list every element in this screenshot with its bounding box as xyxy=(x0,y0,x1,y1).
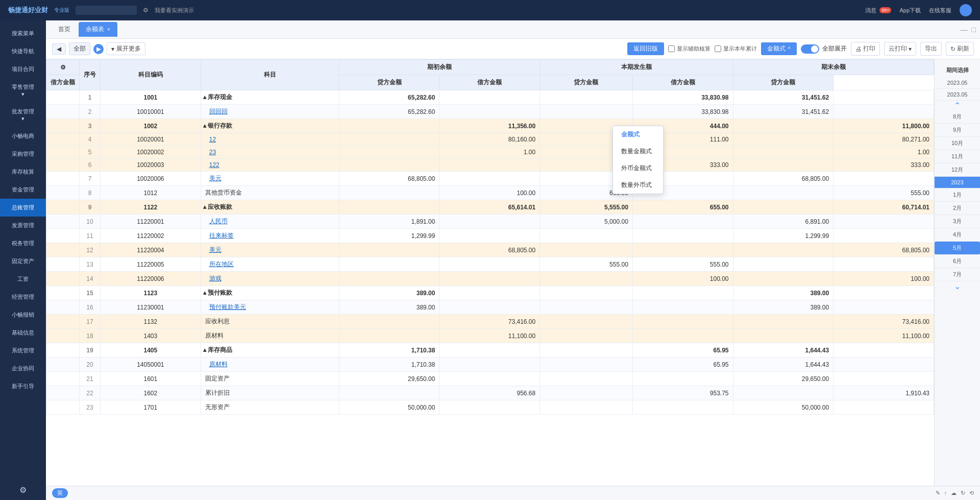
dropdown-item-qty-currency[interactable]: 数量外币式 xyxy=(613,177,663,194)
assist-checkbox-input[interactable] xyxy=(668,45,675,52)
row-current-credit xyxy=(632,215,733,229)
sync-icon[interactable]: ↑ xyxy=(944,490,947,496)
expand-all-toggle[interactable] xyxy=(801,44,819,54)
period-jul[interactable]: 7月 xyxy=(935,268,980,281)
row-name[interactable]: 游戏 xyxy=(201,272,339,286)
row-name: 原材料 xyxy=(201,329,339,343)
row-name[interactable]: 往来标签 xyxy=(201,229,339,243)
forward-nav-btn[interactable]: ▶ xyxy=(93,44,104,54)
sidebar-item-salary[interactable]: 工资 xyxy=(0,270,46,288)
top-bar-search-input[interactable] xyxy=(76,6,137,15)
expand-more-btn[interactable]: ▾ 展开更多 xyxy=(107,42,145,55)
period-expand-down[interactable]: ⌄ xyxy=(954,281,961,291)
sidebar-item-operations[interactable]: 经营管理 xyxy=(0,288,46,306)
sidebar-item-contract[interactable]: 项目合同 xyxy=(0,60,46,78)
tab-balance-sheet[interactable]: 余额表 × xyxy=(79,22,117,37)
annual-checkbox-input[interactable] xyxy=(715,45,721,52)
sidebar-item-base[interactable]: 基础信息 xyxy=(0,324,46,342)
sidebar-item-invoice[interactable]: 发票管理 xyxy=(0,217,46,234)
col-settings[interactable]: ⚙ xyxy=(46,60,80,75)
show-assist-checkbox[interactable]: 显示辅助核算 xyxy=(668,45,710,53)
period-may[interactable]: 5月 xyxy=(935,242,980,255)
row-name[interactable]: 人民币 xyxy=(201,215,339,229)
row-current-debit xyxy=(540,372,633,386)
period-feb[interactable]: 2月 xyxy=(935,202,980,215)
format-dropdown[interactable]: 金额式 数量金额式 外币金额式 数量外币式 xyxy=(612,126,664,194)
settings-icon[interactable]: ⚙ xyxy=(143,7,149,14)
dropdown-item-currency[interactable]: 外币金额式 xyxy=(613,160,663,177)
sidebar-item-tax[interactable]: 税务管理 xyxy=(0,234,46,252)
row-name[interactable]: 预付账款美元 xyxy=(201,300,339,315)
row-name[interactable]: 美元 xyxy=(201,243,339,257)
undo-icon[interactable]: ↻ xyxy=(961,490,965,496)
sidebar-item-wholesale[interactable]: 批发管理▾ xyxy=(0,103,46,127)
sidebar-item-nav[interactable]: 快捷导航 xyxy=(0,42,46,60)
user-avatar[interactable] xyxy=(960,4,972,16)
back-nav-btn[interactable]: ◀ xyxy=(52,43,66,55)
cloud-print-btn[interactable]: 云打印 ▾ xyxy=(884,42,916,56)
period-aug[interactable]: 8月 xyxy=(935,110,980,124)
row-code: 1601 xyxy=(101,372,201,386)
period-expand-up[interactable]: ⌃ xyxy=(954,101,961,110)
row-name[interactable]: 美元 xyxy=(201,172,339,186)
row-name[interactable]: 原材料 xyxy=(201,358,339,372)
row-name[interactable]: 122 xyxy=(201,159,339,172)
sidebar-item-system[interactable]: 系统管理 xyxy=(0,342,46,360)
period-nov[interactable]: 11月 xyxy=(935,150,980,163)
format-btn[interactable]: 金额式 ^ xyxy=(761,42,797,55)
row-name[interactable]: 回回回 xyxy=(201,105,339,119)
show-annual-checkbox[interactable]: 显示本年累计 xyxy=(715,45,757,53)
sidebar-item-expense[interactable]: 小畅报销 xyxy=(0,306,46,324)
edit-icon[interactable]: ✎ xyxy=(936,490,940,496)
row-name[interactable]: 所在地区 xyxy=(201,257,339,272)
dropdown-item-qty-amount[interactable]: 数量金额式 xyxy=(613,143,663,160)
sidebar-item-retail[interactable]: 零售管理▾ xyxy=(0,78,46,103)
tab-min-btn[interactable]: — xyxy=(961,26,968,34)
tab-close-btn[interactable]: × xyxy=(107,27,110,32)
refresh-btn[interactable]: ↻ 刷新 xyxy=(946,42,974,56)
period-2023-05-2[interactable]: 2023.05 xyxy=(935,89,980,101)
tab-home[interactable]: 首页 xyxy=(50,25,79,34)
table-container[interactable]: ⚙ 序号 科目编码 科目 期初余额 本期发生额 期末余额 借方金额 贷方金额 xyxy=(46,59,934,486)
history-icon[interactable]: ⟲ xyxy=(969,490,974,496)
period-2023[interactable]: 2023 xyxy=(935,177,980,188)
lang-btn[interactable]: 英 xyxy=(52,488,68,498)
row-name: 应收利息 xyxy=(201,315,339,329)
sidebar-item-collab[interactable]: 企业协同 xyxy=(0,360,46,377)
sidebar-item-finance[interactable]: 资金管理 xyxy=(0,181,46,199)
download-btn[interactable]: App下载 xyxy=(899,7,921,14)
tab-max-btn[interactable]: □ xyxy=(972,26,976,34)
row-opening-credit: 73,416.00 xyxy=(439,315,540,329)
period-dec[interactable]: 12月 xyxy=(935,163,980,177)
dropdown-item-amount[interactable]: 金额式 xyxy=(613,126,663,143)
sidebar-settings-icon[interactable]: ⚙ xyxy=(19,486,27,494)
sidebar-item-inventory[interactable]: 库存核算 xyxy=(0,163,46,181)
period-apr[interactable]: 4月 xyxy=(935,228,980,242)
period-jan[interactable]: 1月 xyxy=(935,188,980,202)
all-breadcrumb[interactable]: 全部 xyxy=(69,42,90,55)
back-old-btn[interactable]: 返回旧版 xyxy=(627,42,664,55)
sidebar-item-search[interactable]: 搜索菜单 xyxy=(0,25,46,42)
row-name[interactable]: 23 xyxy=(201,146,339,159)
row-name[interactable]: 12 xyxy=(201,133,339,146)
export-btn[interactable]: 导出 xyxy=(920,42,942,56)
format-label: 金额式 xyxy=(767,44,786,53)
cloud-icon[interactable]: ☁ xyxy=(951,490,957,496)
period-header: 期间选择 xyxy=(944,63,971,77)
sidebar-item-guide[interactable]: 新手引导 xyxy=(0,377,46,395)
period-jun[interactable]: 6月 xyxy=(935,255,980,268)
period-2023-05-1[interactable]: 2023.05 xyxy=(935,77,980,89)
row-code: 14050001 xyxy=(101,358,201,372)
message-btn[interactable]: 消息 99+ xyxy=(865,7,891,14)
demo-label[interactable]: 我要看实例演示 xyxy=(155,7,194,14)
service-btn[interactable]: 在线客服 xyxy=(929,7,951,14)
sidebar-item-assets[interactable]: 固定资产 xyxy=(0,252,46,270)
period-oct[interactable]: 10月 xyxy=(935,137,980,150)
sidebar-item-purchase[interactable]: 采购管理 xyxy=(0,145,46,163)
top-bar-left: 畅捷通好业财 专业版 ⚙ 我要看实例演示 xyxy=(8,6,194,15)
period-mar[interactable]: 3月 xyxy=(935,215,980,228)
period-sep[interactable]: 9月 xyxy=(935,124,980,137)
sidebar-item-ledger[interactable]: 总账管理 xyxy=(0,199,46,217)
sidebar-item-ecommerce[interactable]: 小畅电商 xyxy=(0,127,46,145)
print-btn[interactable]: 🖨 打印 xyxy=(851,42,880,56)
